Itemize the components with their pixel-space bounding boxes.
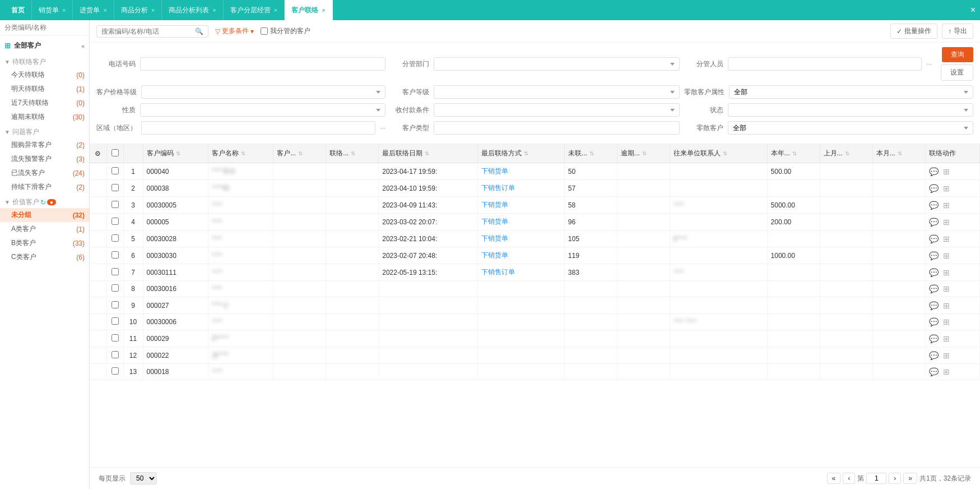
sidebar-item-class-c[interactable]: C类客户 (6) xyxy=(0,250,89,264)
row-checkbox[interactable] xyxy=(112,367,119,375)
th-code[interactable]: 客户编码⇅ xyxy=(143,144,208,163)
filter-search-icon[interactable]: 🔍 xyxy=(195,27,203,35)
sidebar-all-customers-header[interactable]: ⊞ 全部客户 « xyxy=(0,38,89,54)
comment-icon[interactable]: 💬 xyxy=(929,251,939,260)
grid-action-icon[interactable]: ⊞ xyxy=(943,268,950,277)
close-sales-tab[interactable]: × xyxy=(62,7,66,13)
retail-attr-select[interactable]: 全部 xyxy=(729,85,973,99)
filter-search-input[interactable] xyxy=(101,27,193,35)
grid-action-icon[interactable]: ⊞ xyxy=(943,201,950,210)
sidebar-group-value[interactable]: ▼ 价值客户 ↻ ● xyxy=(0,194,89,208)
tab-customer-tier[interactable]: 客户分层经营 × xyxy=(224,0,285,20)
sidebar-item-overdue-contact[interactable]: 逾期未联络 (30) xyxy=(0,110,89,124)
comment-icon[interactable]: 💬 xyxy=(929,167,939,176)
collapse-icon[interactable]: « xyxy=(81,43,85,49)
export-btn[interactable]: ↑ 导出 xyxy=(942,24,973,39)
row-checkbox[interactable] xyxy=(112,351,119,358)
th-last-contact-method[interactable]: 最后联络方式⇅ xyxy=(478,144,565,163)
contact-method-link[interactable]: 下销货单 xyxy=(481,251,508,259)
row-checkbox[interactable] xyxy=(112,251,119,259)
contact-method-link[interactable]: 下销售订单 xyxy=(481,268,515,276)
row-checkbox[interactable] xyxy=(112,284,119,292)
close-customer-contact-tab[interactable]: × xyxy=(322,7,325,13)
customer-level-select[interactable] xyxy=(434,85,679,99)
grid-action-icon[interactable]: ⊞ xyxy=(943,251,950,260)
grid-action-icon[interactable]: ⊞ xyxy=(943,317,950,326)
grid-action-icon[interactable]: ⊞ xyxy=(943,351,950,360)
sidebar-item-churned[interactable]: 已流失客户 (24) xyxy=(0,166,89,180)
comment-icon[interactable]: 💬 xyxy=(929,367,939,376)
grid-action-icon[interactable]: ⊞ xyxy=(943,218,950,227)
grid-action-icon[interactable]: ⊞ xyxy=(943,284,950,293)
sidebar-item-abnormal[interactable]: 囤购异常客户 (2) xyxy=(0,138,89,152)
prev-page-btn[interactable]: ‹ xyxy=(843,473,855,484)
refresh-icon[interactable]: ↻ xyxy=(40,199,46,206)
th-settings[interactable]: ⚙ xyxy=(90,144,106,163)
row-checkbox[interactable] xyxy=(112,234,119,242)
th-overdue[interactable]: 逾期...⇅ xyxy=(617,144,670,163)
tab-sales[interactable]: 销货单 × xyxy=(32,0,73,20)
my-customers-checkbox[interactable] xyxy=(261,27,268,35)
sidebar-item-class-b[interactable]: B类客户 (33) xyxy=(0,236,89,250)
sidebar-item-7day-contact[interactable]: 近7天待联络 (0) xyxy=(0,96,89,110)
grid-action-icon[interactable]: ⊞ xyxy=(943,184,950,193)
grid-action-icon[interactable]: ⊞ xyxy=(943,167,950,176)
contact-method-link[interactable]: 下销货单 xyxy=(481,234,508,242)
row-checkbox[interactable] xyxy=(112,301,119,308)
contact-method-link[interactable]: 下销货单 xyxy=(481,201,508,209)
close-customer-tier-tab[interactable]: × xyxy=(274,7,277,13)
th-not-contact[interactable]: 未联...⇅ xyxy=(564,144,617,163)
row-checkbox[interactable] xyxy=(112,167,119,174)
reset-btn[interactable]: 设置 xyxy=(941,64,973,81)
row-checkbox[interactable] xyxy=(112,218,119,225)
th-customer-type[interactable]: 客户...⇅ xyxy=(273,144,326,163)
grid-action-icon[interactable]: ⊞ xyxy=(943,367,950,376)
manager-more-icon[interactable]: ··· xyxy=(926,60,932,68)
comment-icon[interactable]: 💬 xyxy=(929,201,939,210)
th-unit-contact[interactable]: 往来单位联系人⇅ xyxy=(670,144,767,163)
first-page-btn[interactable]: « xyxy=(827,473,841,484)
comment-icon[interactable]: 💬 xyxy=(929,334,939,343)
next-page-btn[interactable]: › xyxy=(889,473,901,484)
price-level-select[interactable] xyxy=(141,85,386,99)
tab-goods-analysis-list[interactable]: 商品分析列表 × xyxy=(162,0,223,20)
sidebar-group-waiting[interactable]: ▼ 待联络客户 xyxy=(0,54,89,68)
comment-icon[interactable]: 💬 xyxy=(929,351,939,360)
page-size-select[interactable]: 50 xyxy=(130,472,157,485)
th-contact[interactable]: 联络...⇅ xyxy=(326,144,379,163)
row-checkbox[interactable] xyxy=(112,334,119,342)
manager-input[interactable] xyxy=(728,57,922,71)
phone-input[interactable] xyxy=(140,57,386,71)
contact-method-link[interactable]: 下销货单 xyxy=(481,167,508,175)
dept-select[interactable] xyxy=(434,57,679,71)
contact-method-link[interactable]: 下销售订单 xyxy=(481,184,515,192)
sidebar-item-churn-warning[interactable]: 流失预警客户 (3) xyxy=(0,152,89,166)
sidebar-item-ungrouped[interactable]: 未分组 (32) xyxy=(0,208,89,222)
sidebar-item-tomorrow-contact[interactable]: 明天待联络 (1) xyxy=(0,82,89,96)
close-purchase-tab[interactable]: × xyxy=(103,7,106,13)
row-checkbox[interactable] xyxy=(112,268,119,275)
th-this-year[interactable]: 本年...⇅ xyxy=(767,144,820,163)
tab-home[interactable]: 首页 xyxy=(4,0,32,20)
comment-icon[interactable]: 💬 xyxy=(929,301,939,310)
grid-action-icon[interactable]: ⊞ xyxy=(943,234,950,243)
sidebar-item-class-a[interactable]: A类客户 (1) xyxy=(0,222,89,236)
tab-goods-analysis[interactable]: 商品分析 × xyxy=(114,0,162,20)
th-last-month[interactable]: 上月...⇅ xyxy=(820,144,872,163)
row-checkbox[interactable] xyxy=(112,184,119,191)
tab-customer-contact[interactable]: 客户联络 × xyxy=(285,0,332,20)
sidebar-search-input[interactable] xyxy=(4,24,89,31)
page-input[interactable] xyxy=(866,473,886,484)
grid-action-icon[interactable]: ⊞ xyxy=(943,334,950,343)
last-page-btn[interactable]: » xyxy=(903,473,917,484)
row-checkbox[interactable] xyxy=(112,201,119,208)
select-all-checkbox[interactable] xyxy=(112,149,119,156)
comment-icon[interactable]: 💬 xyxy=(929,284,939,293)
sidebar-item-declining[interactable]: 持续下滑客户 (2) xyxy=(0,180,89,194)
comment-icon[interactable]: 💬 xyxy=(929,234,939,243)
contact-method-link[interactable]: 下销货单 xyxy=(481,218,508,225)
sidebar-item-today-contact[interactable]: 今天待联络 (0) xyxy=(0,68,89,82)
retail-customer-select[interactable]: 全部 xyxy=(728,121,973,135)
query-btn[interactable]: 查询 xyxy=(942,47,973,62)
comment-icon[interactable]: 💬 xyxy=(929,184,939,193)
